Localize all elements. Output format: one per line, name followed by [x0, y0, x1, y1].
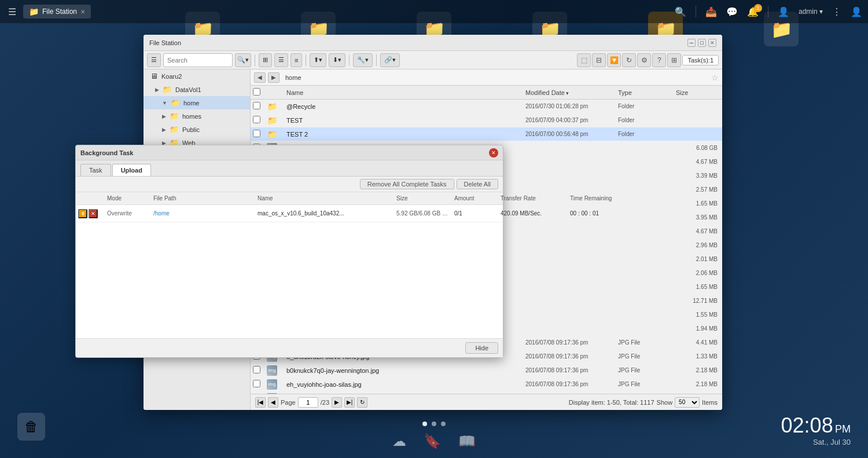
upload-btn[interactable]: ⬆▾ — [310, 53, 326, 67]
task-col-time-remaining: Time Remaining — [568, 195, 631, 201]
file-size: 2.96 MB — [674, 242, 720, 248]
recycle-bin-icon[interactable]: 🗑 — [17, 413, 45, 441]
sidebar-item-datavol1[interactable]: ▶ 📁 DataVol1 — [144, 83, 250, 96]
first-page-btn[interactable]: |◀ — [255, 397, 266, 408]
dock-bookmark-icon[interactable]: 🔖 — [424, 433, 441, 449]
task-counter[interactable]: Task(s):1 — [682, 55, 719, 65]
thumbnail-btn[interactable]: ⊟ — [592, 53, 606, 67]
file-size: 3.95 MB — [674, 214, 720, 221]
help-btn[interactable]: ? — [652, 53, 666, 67]
maximize-button[interactable]: □ — [698, 39, 706, 47]
sidebar-item-public[interactable]: ▶ 📁 Public — [144, 123, 250, 136]
show-label: Show — [657, 399, 673, 406]
back-btn[interactable]: ◀ — [254, 72, 266, 83]
share-btn[interactable]: 🔗▾ — [380, 53, 400, 67]
favorite-star[interactable]: ☆ — [711, 73, 719, 82]
sep-4 — [376, 54, 377, 66]
page-input[interactable]: 1 — [298, 397, 318, 408]
layout-btn[interactable]: ⬚ — [577, 53, 591, 67]
sidebar-item-homes[interactable]: ▶ 📁 homes — [144, 109, 250, 123]
task-pause-btn[interactable]: ⏸ — [78, 209, 87, 218]
table-row[interactable]: img eh_vuyiohhc-joao-silas.jpg 2016/07/0… — [251, 378, 722, 391]
sidebar-item-koaru2[interactable]: 🖥 Koaru2 — [144, 69, 250, 83]
filestation-icon: 📁 — [29, 7, 39, 16]
notification-icon[interactable]: 💬 — [726, 6, 738, 17]
row-checkbox[interactable] — [253, 116, 260, 123]
row-checkbox[interactable] — [253, 102, 260, 109]
task-time-remaining: 00 : 00 : 01 — [568, 210, 631, 217]
dialog-title: Background Task — [80, 149, 489, 156]
tools-btn[interactable]: 🔧▾ — [353, 53, 373, 67]
dialog-tab-task[interactable]: Task — [80, 164, 111, 176]
select-all-checkbox[interactable] — [253, 88, 260, 96]
more-actions-btn[interactable]: ⊞ — [667, 53, 681, 67]
file-icon: img — [267, 365, 277, 376]
col-date[interactable]: Modified Date — [523, 89, 616, 96]
close-button[interactable]: ✕ — [708, 39, 716, 47]
delete-all-btn[interactable]: Delete All — [457, 179, 498, 189]
file-type: Folder — [616, 131, 674, 137]
taskbar: ☰ 📁 File Station ✕ 🔍 📥 💬 🔔 1 👤 admin ▾ ⋮… — [0, 0, 868, 23]
col-name[interactable]: Name — [284, 89, 523, 96]
folder-panel-btn[interactable]: ☰ — [147, 53, 161, 67]
download-manager-icon[interactable]: 📥 — [705, 6, 717, 17]
file-name: TEST — [284, 117, 523, 124]
last-page-btn[interactable]: ▶| — [344, 397, 355, 408]
dialog-tab-upload[interactable]: Upload — [112, 164, 151, 176]
refresh-btn[interactable]: ↻ — [622, 53, 636, 67]
clock: 02:08 PM Sat., Jul 30 — [781, 413, 851, 446]
download-btn[interactable]: ⬇▾ — [329, 53, 345, 67]
taskbar-divider — [696, 6, 696, 17]
prev-page-btn[interactable]: ◀ — [268, 397, 278, 408]
row-checkbox[interactable] — [253, 366, 260, 373]
next-page-btn[interactable]: ▶ — [332, 397, 342, 408]
alert-icon[interactable]: 🔔 1 — [747, 6, 759, 17]
file-type: JPG File — [616, 381, 674, 387]
minimize-button[interactable]: ─ — [687, 39, 696, 47]
taskbar-divider-2 — [768, 6, 768, 17]
file-size: 4.41 MB — [674, 339, 720, 346]
items-per-page-select[interactable]: 50 100 — [675, 397, 700, 408]
app-tab-filestation[interactable]: 📁 File Station ✕ — [23, 5, 91, 19]
table-row[interactable]: 📁 TEST 2 2016/07/00 00:56:48 pm Folder — [251, 127, 722, 141]
row-checkbox[interactable] — [253, 130, 260, 137]
admin-label[interactable]: admin ▾ — [799, 8, 823, 16]
col-type[interactable]: Type — [616, 89, 674, 96]
dock-book-icon[interactable]: 📖 — [458, 433, 476, 449]
table-row[interactable]: img b0knukck7q0-jay-wennington.jpg 2016/… — [251, 364, 722, 378]
task-amount: 0/1 — [452, 210, 498, 217]
dialog-close-btn[interactable]: ✕ — [489, 148, 498, 157]
task-stop-btn[interactable]: ✕ — [89, 209, 98, 218]
dock-cloud-icon[interactable]: ☁ — [392, 433, 406, 449]
col-size[interactable]: Size — [674, 89, 720, 96]
dialog-titlebar: Background Task ✕ — [76, 145, 503, 160]
taskbar-right: 🔍 📥 💬 🔔 1 👤 admin ▾ ⋮ 👤 — [675, 6, 862, 17]
refresh-page-btn[interactable]: ↻ — [357, 397, 367, 408]
hide-button[interactable]: Hide — [465, 342, 498, 354]
hamburger-icon[interactable]: ☰ — [6, 4, 19, 20]
user-icon[interactable]: 👤 — [778, 6, 789, 17]
recycle-bin-desktop[interactable]: 🗑 — [17, 413, 45, 441]
dialog-tabs: Task Upload — [76, 160, 503, 177]
search-input[interactable] — [163, 53, 233, 67]
col-checkbox[interactable] — [253, 88, 267, 97]
filter-btn[interactable]: 🔽 — [607, 53, 621, 67]
settings-btn[interactable]: ⚙ — [637, 53, 651, 67]
view-detail-btn[interactable]: ≡ — [290, 53, 302, 67]
table-row[interactable]: 📁 TEST 2016/07/09 04:00:37 pm Folder — [251, 113, 722, 127]
forward-btn[interactable]: ▶ — [268, 72, 279, 83]
more-icon[interactable]: ⋮ — [832, 6, 841, 17]
search-icon[interactable]: 🔍 — [675, 6, 686, 17]
row-checkbox[interactable] — [253, 380, 260, 387]
sidebar-item-home[interactable]: ▼ 📁 home — [144, 96, 250, 109]
file-type: JPG File — [616, 339, 674, 346]
view-list-btn[interactable]: ☰ — [274, 53, 288, 67]
remove-complete-btn[interactable]: Remove All Complete Tasks — [360, 179, 454, 189]
view-grid-btn[interactable]: ⊞ — [259, 53, 272, 67]
profile-icon[interactable]: 👤 — [851, 6, 862, 17]
page-total: /23 — [321, 399, 329, 406]
search-btn[interactable]: 🔍▾ — [235, 53, 251, 67]
file-size: 2.06 MB — [674, 270, 720, 276]
app-tab-close[interactable]: ✕ — [80, 9, 85, 15]
table-row[interactable]: 📁 @Recycle 2016/07/30 01:06:28 pm Folder — [251, 100, 722, 113]
